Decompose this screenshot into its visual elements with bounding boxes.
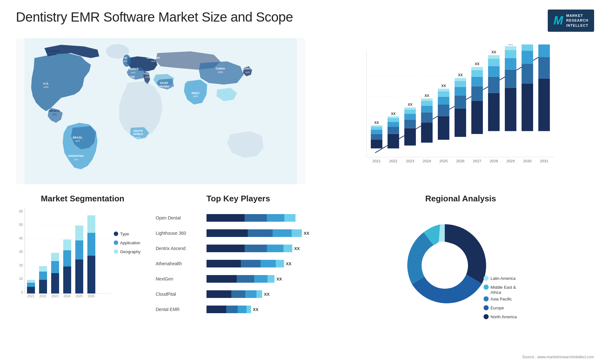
svg-text:Dentrix Ascend: Dentrix Ascend bbox=[156, 246, 186, 251]
svg-rect-167 bbox=[207, 229, 248, 237]
svg-rect-86 bbox=[471, 86, 483, 101]
svg-text:2024: 2024 bbox=[64, 294, 71, 298]
svg-text:JAPAN: JAPAN bbox=[243, 67, 252, 70]
svg-rect-112 bbox=[539, 78, 550, 131]
svg-text:xx%: xx% bbox=[51, 53, 56, 56]
svg-rect-51 bbox=[388, 127, 399, 134]
svg-rect-85 bbox=[471, 101, 483, 134]
svg-text:CloudPital: CloudPital bbox=[156, 292, 176, 297]
svg-text:xx%: xx% bbox=[74, 158, 78, 161]
svg-point-205 bbox=[484, 285, 489, 290]
svg-rect-93 bbox=[488, 77, 500, 93]
svg-rect-187 bbox=[254, 275, 268, 283]
svg-text:XX: XX bbox=[264, 292, 270, 297]
svg-rect-135 bbox=[39, 280, 47, 293]
svg-rect-181 bbox=[261, 260, 276, 267]
svg-rect-102 bbox=[505, 50, 516, 58]
svg-text:BRAZIL: BRAZIL bbox=[73, 136, 83, 139]
svg-rect-109 bbox=[522, 44, 533, 51]
regional-content: Latin America Middle East & Africa Asia … bbox=[327, 208, 594, 329]
svg-rect-139 bbox=[51, 273, 59, 293]
svg-point-202 bbox=[422, 242, 468, 289]
svg-point-159 bbox=[114, 249, 118, 254]
svg-rect-53 bbox=[388, 118, 399, 122]
header: Dentistry EMR Software Market Size and S… bbox=[16, 10, 594, 32]
svg-rect-58 bbox=[404, 120, 416, 128]
svg-rect-188 bbox=[268, 275, 274, 283]
svg-rect-54 bbox=[388, 117, 399, 118]
svg-rect-164 bbox=[267, 214, 284, 222]
svg-rect-153 bbox=[87, 215, 95, 233]
svg-rect-52 bbox=[388, 122, 399, 127]
svg-rect-170 bbox=[292, 229, 302, 237]
svg-text:ARGENTINA: ARGENTINA bbox=[68, 154, 84, 158]
key-players-title: Top Key Players bbox=[156, 194, 321, 204]
svg-rect-176 bbox=[283, 245, 292, 252]
svg-text:xx%: xx% bbox=[75, 139, 80, 142]
svg-text:Africa: Africa bbox=[491, 290, 501, 295]
svg-rect-47 bbox=[371, 125, 383, 127]
svg-text:Geography: Geography bbox=[120, 249, 141, 254]
svg-text:Athenahealth: Athenahealth bbox=[156, 261, 182, 266]
svg-text:XX: XX bbox=[294, 246, 300, 251]
svg-rect-194 bbox=[256, 290, 262, 298]
svg-text:2021: 2021 bbox=[27, 294, 35, 298]
svg-text:xx%: xx% bbox=[145, 76, 150, 79]
svg-rect-168 bbox=[248, 229, 273, 237]
svg-rect-140 bbox=[51, 261, 59, 273]
svg-rect-179 bbox=[207, 260, 241, 267]
svg-rect-147 bbox=[75, 260, 83, 293]
svg-rect-95 bbox=[488, 59, 500, 66]
svg-text:Lighthouse 360: Lighthouse 360 bbox=[156, 231, 186, 236]
svg-rect-200 bbox=[247, 306, 251, 313]
svg-rect-114 bbox=[539, 44, 550, 57]
regional-title: Regional Analysis bbox=[327, 194, 594, 204]
key-players-section: Top Key Players Open Dental Lighthouse 3… bbox=[156, 194, 321, 334]
svg-rect-45 bbox=[371, 130, 383, 134]
svg-rect-131 bbox=[27, 287, 35, 293]
svg-rect-192 bbox=[231, 290, 245, 298]
svg-text:10: 10 bbox=[19, 277, 23, 280]
svg-rect-67 bbox=[421, 101, 433, 105]
svg-rect-96 bbox=[488, 55, 500, 59]
svg-rect-144 bbox=[63, 250, 71, 266]
source-text: Source : www.marketresearchintellect.com bbox=[522, 355, 594, 359]
svg-rect-163 bbox=[245, 214, 267, 222]
svg-text:SPAIN: SPAIN bbox=[127, 76, 135, 79]
svg-rect-137 bbox=[39, 266, 47, 272]
svg-rect-71 bbox=[438, 116, 449, 140]
svg-text:xx%: xx% bbox=[52, 113, 57, 116]
svg-text:2027: 2027 bbox=[473, 159, 481, 163]
logo-area: M MARKET RESEARCH INTELLECT bbox=[548, 10, 594, 32]
svg-text:2023: 2023 bbox=[51, 294, 59, 298]
svg-text:2022: 2022 bbox=[39, 294, 47, 298]
svg-text:xx%: xx% bbox=[131, 71, 135, 74]
svg-text:xx%: xx% bbox=[193, 95, 198, 98]
svg-text:2028: 2028 bbox=[490, 159, 498, 163]
svg-rect-66 bbox=[421, 106, 433, 112]
svg-rect-182 bbox=[276, 260, 284, 267]
svg-rect-72 bbox=[438, 104, 449, 116]
svg-rect-149 bbox=[75, 226, 83, 240]
svg-rect-133 bbox=[27, 280, 35, 283]
svg-text:SOUTH: SOUTH bbox=[133, 129, 143, 132]
svg-rect-148 bbox=[75, 240, 83, 260]
svg-text:CHINA: CHINA bbox=[216, 67, 225, 70]
svg-rect-165 bbox=[284, 214, 295, 222]
svg-rect-132 bbox=[27, 283, 35, 287]
svg-text:2026: 2026 bbox=[456, 159, 465, 163]
svg-rect-73 bbox=[438, 97, 449, 105]
svg-text:xx%: xx% bbox=[136, 136, 140, 139]
logo-m-icon: M bbox=[553, 14, 563, 27]
svg-text:2031: 2031 bbox=[540, 159, 548, 163]
svg-rect-65 bbox=[421, 112, 433, 123]
svg-rect-81 bbox=[455, 81, 466, 87]
svg-text:U.S.: U.S. bbox=[43, 82, 49, 85]
svg-text:XX: XX bbox=[475, 62, 480, 66]
svg-text:xx%: xx% bbox=[44, 85, 49, 89]
svg-text:SAUDI: SAUDI bbox=[160, 81, 168, 84]
svg-text:Dental EMR: Dental EMR bbox=[156, 307, 180, 312]
svg-point-157 bbox=[114, 240, 118, 245]
svg-rect-151 bbox=[87, 256, 95, 293]
svg-rect-199 bbox=[238, 306, 247, 313]
